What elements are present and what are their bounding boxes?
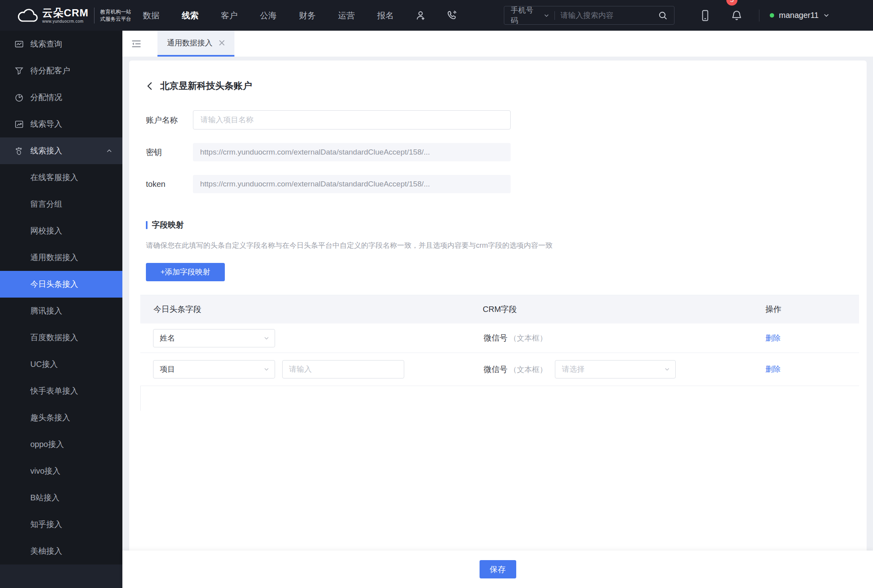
crm-field-cell: 微信号 （文本框） [483,333,765,343]
footer-bar: 保存 [122,551,873,588]
sidebar-item-allocation-status[interactable]: 分配情况 [0,84,122,111]
search-icon[interactable] [658,11,668,20]
column-header-actions: 操作 [765,304,859,315]
brand-logo[interactable]: 云朵CRM www.yunduocrm.com 教育机构一站 式服务云平台 [0,8,132,24]
mobile-app-icon[interactable] [690,0,721,31]
brand-tagline: 教育机构一站 式服务云平台 [100,8,131,23]
sidebar-subitem-zhihu[interactable]: 知乎接入 [0,511,122,538]
actions-cell: 删除 [765,364,859,374]
pie-chart-icon [15,93,24,102]
add-user-icon[interactable] [405,0,436,31]
nav-item-operations[interactable]: 运营 [327,0,366,31]
import-chart-icon [15,120,24,129]
add-field-mapping-button[interactable]: +添加字段映射 [146,263,225,281]
content-background: 北京昱新科技头条账户 账户名称 密钥 https://crm.yunduocrm… [122,57,873,551]
tab-general-data-access[interactable]: 通用数据接入 [157,31,234,57]
account-name-input[interactable] [193,110,511,129]
delete-link[interactable]: 删除 [765,334,781,342]
save-button[interactable]: 保存 [480,560,516,578]
username: manager11 [779,11,819,20]
sidebar-item-clue-import[interactable]: 线索导入 [0,111,122,137]
nav-item-clues[interactable]: 线索 [171,0,210,31]
cloud-logo-icon [18,8,38,23]
chevron-down-icon [824,13,829,18]
global-search: 手机号码 [504,6,674,25]
nav-item-data[interactable]: 数据 [132,0,171,31]
search-input[interactable] [560,11,658,20]
crm-option-select[interactable]: 请选择 [555,360,676,378]
sidebar-subitem-vivo[interactable]: vivo接入 [0,458,122,484]
sidebar-subitem-qutoutiao[interactable]: 趣头条接入 [0,404,122,431]
notification-badge: 5 [726,0,738,6]
top-navigation: 数据 线索 客户 公海 财务 运营 报名 [132,0,405,31]
sidebar-subitem-tencent[interactable]: 腾讯接入 [0,298,122,324]
toutiao-field-cell: 姓名 [140,329,483,347]
field-mapping-section-header: 字段映射 [146,220,867,230]
search-divider [554,11,555,20]
custom-field-input[interactable] [282,360,404,378]
column-header-toutiao-field: 今日头条字段 [140,304,483,315]
chevron-down-icon [665,367,670,371]
topbar-divider [759,10,759,22]
close-icon[interactable] [219,40,225,46]
crm-field-type: （文本框） [509,334,547,342]
field-mapping-table: 今日头条字段 CRM字段 操作 姓名 [140,295,859,411]
page-title-row: 北京昱新科技头条账户 [146,80,867,92]
delete-link[interactable]: 删除 [765,365,781,373]
sidebar-subitem-uc[interactable]: UC接入 [0,351,122,378]
table-row: 项目 微信号 （文本框） 请选择 [140,353,859,386]
section-accent-bar [146,221,147,229]
sidebar-subitem-oppo[interactable]: oppo接入 [0,431,122,458]
sidebar-subitem-online-school[interactable]: 网校接入 [0,218,122,244]
sidebar-subitem-meiyou[interactable]: 美柚接入 [0,538,122,564]
section-description: 请确保您在此填写的头条自定义字段名称与在今日头条平台中自定义的字段名称一致，并且… [146,241,867,250]
call-icon[interactable] [436,0,467,31]
sidebar: 线索查询 待分配客户 分配情况 [0,31,122,588]
sidebar-menu: 线索查询 待分配客户 分配情况 [0,31,122,564]
tab-bar: 通用数据接入 [122,31,873,57]
nav-item-public-pool[interactable]: 公海 [249,0,288,31]
toutiao-field-select[interactable]: 姓名 [153,329,275,347]
crm-field-type: （文本框） [509,365,547,374]
sidebar-item-pending-customers[interactable]: 待分配客户 [0,57,122,84]
sidebar-item-label: 分配情况 [30,92,62,103]
nav-item-finance[interactable]: 财务 [288,0,327,31]
column-header-crm-field: CRM字段 [483,304,765,315]
logo-divider [94,8,94,24]
brand-name: 云朵CRM [42,8,88,18]
sidebar-subitem-online-service[interactable]: 在线客服接入 [0,164,122,191]
sidebar-item-clue-search[interactable]: 线索查询 [0,31,122,57]
form-row-token: token https://crm.yunduocrm.com/external… [146,175,867,193]
account-name-label: 账户名称 [146,115,182,125]
sidebar-item-clue-access[interactable]: 线索接入 [0,137,122,164]
toutiao-field-select[interactable]: 项目 [153,360,275,378]
user-menu[interactable]: manager11 [770,11,841,20]
toutiao-field-cell: 项目 [140,360,483,378]
nav-item-registration[interactable]: 报名 [366,0,405,31]
back-icon[interactable] [146,82,154,90]
search-category-dropdown[interactable]: 手机号码 [511,5,549,26]
footprint-icon [15,147,24,155]
content-card: 北京昱新科技头条账户 账户名称 密钥 https://crm.yunduocrm… [129,61,867,551]
account-form: 账户名称 密钥 https://crm.yunduocrm.com/extern… [146,110,867,193]
sidebar-item-label: 待分配客户 [30,65,70,76]
sidebar-subitem-bilibili[interactable]: B站接入 [0,484,122,511]
sidebar-subitem-general-data[interactable]: 通用数据接入 [0,244,122,271]
nav-item-customers[interactable]: 客户 [210,0,249,31]
secret-key-label: 密钥 [146,147,182,158]
crm-field-cell: 微信号 （文本框） 请选择 [483,360,765,378]
actions-cell: 删除 [765,333,859,343]
sidebar-subitem-message-group[interactable]: 留言分组 [0,191,122,218]
secret-key-value: https://crm.yunduocrm.com/externalData/s… [193,143,511,161]
sidebar-subitem-baidu[interactable]: 百度数据接入 [0,324,122,351]
brand-text: 云朵CRM www.yunduocrm.com [42,8,88,24]
sidebar-item-label: 线索查询 [30,39,62,49]
topbar-right: 5 manager11 [690,0,841,31]
sidebar-item-label: 线索导入 [30,119,62,129]
menu-fold-icon[interactable] [131,39,142,49]
notifications-bell-icon[interactable]: 5 [721,0,753,31]
form-row-secret-key: 密钥 https://crm.yunduocrm.com/externalDat… [146,143,867,161]
sidebar-subitem-toutiao[interactable]: 今日头条接入 [0,271,122,298]
chevron-down-icon [544,14,549,18]
sidebar-subitem-kuaishou[interactable]: 快手表单接入 [0,378,122,404]
